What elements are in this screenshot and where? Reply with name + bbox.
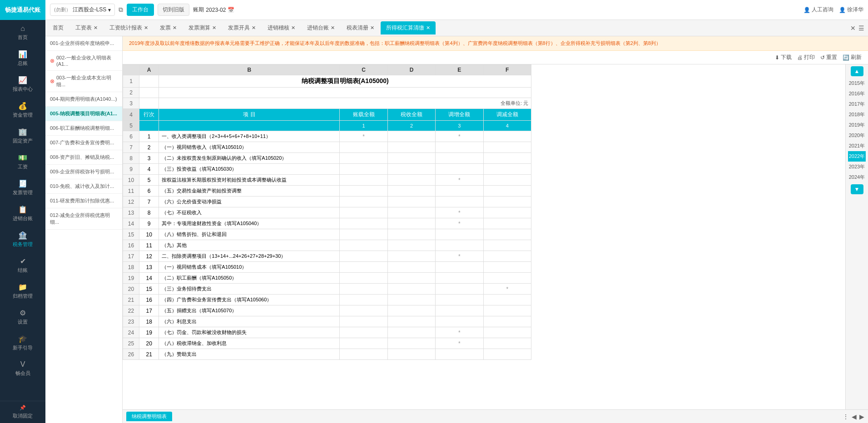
period-selector[interactable]: 账期 2023-02 📅 [193,6,234,14]
cell-col2[interactable] [387,240,435,251]
cell-col1[interactable] [340,349,387,360]
year-btn-2023年[interactable]: 2023年 [848,162,866,172]
cell-col2[interactable] [387,186,435,197]
cell-col1[interactable] [340,327,387,338]
sidebar-item-salary[interactable]: 💵工资 [0,149,45,175]
cell-col4[interactable] [483,327,531,338]
left-nav-nav-001[interactable]: 001-企业所得税年度纳税申... [45,36,122,51]
cell-col3[interactable]: * [436,251,483,262]
workbench-button[interactable]: 工作台 [127,4,154,16]
year-btn-2019年[interactable]: 2019年 [848,120,866,130]
left-nav-nav-004[interactable]: 004-期间费用明细表(A1040...) [45,92,122,107]
reset-button[interactable]: ↺ 重置 [820,54,837,61]
scroll-left-arrow[interactable]: ◀ [852,413,857,420]
tab-close-icon[interactable]: ✕ [426,25,430,31]
sidebar-item-tax-mgmt[interactable]: 🏦税务管理 [0,226,45,252]
cell-col1[interactable] [340,229,387,240]
cell-col3[interactable]: * [436,207,483,218]
cell-col1[interactable] [340,295,387,305]
cell-col4[interactable] [483,338,531,349]
cell-col4[interactable] [483,305,531,316]
cell-col3[interactable] [436,197,483,207]
cell-col1[interactable] [340,284,387,295]
tab-close-icon[interactable]: ✕ [144,25,148,31]
cell-col1[interactable] [340,207,387,218]
cell-col1[interactable] [340,175,387,186]
cell-col3[interactable] [436,295,483,305]
scroll-left-icon[interactable]: ⋮ [843,413,849,420]
copy-icon[interactable]: ⧉ [119,6,123,14]
tab-进销稽核[interactable]: 进销稽核✕ [262,21,301,34]
tab-发票测算[interactable]: 发票测算✕ [183,21,222,34]
cell-col2[interactable] [387,284,435,295]
cell-col3[interactable]: * [436,131,483,142]
unpin-button[interactable]: 📌 取消固定 [0,401,45,423]
cell-col3[interactable] [436,240,483,251]
year-btn-2016年[interactable]: 2016年 [848,89,866,99]
cell-col1[interactable] [340,153,387,164]
cell-col3[interactable] [436,142,483,153]
cell-col4[interactable] [483,316,531,327]
cell-col2[interactable] [387,349,435,360]
user-avatar[interactable]: 👤 徐泽华 [839,6,863,14]
cell-col4[interactable] [483,262,531,273]
cell-col1[interactable]: * [340,131,387,142]
cell-col2[interactable] [387,197,435,207]
tab-发票[interactable]: 发票✕ [154,21,182,34]
tab-close-icon[interactable]: ✕ [291,25,295,31]
left-nav-nav-008[interactable]: 008-资产折旧、摊销及纳税... [45,150,122,165]
cell-col4[interactable]: * [483,284,531,295]
tab-税表清册[interactable]: 税表清册✕ [341,21,380,34]
refresh-button[interactable]: 🔄 刷新 [843,54,862,61]
cell-col1[interactable] [340,142,387,153]
cell-col4[interactable] [483,273,531,284]
year-btn-2017年[interactable]: 2017年 [848,99,866,109]
cell-col4[interactable] [483,153,531,164]
customer-service-button[interactable]: 👤 人工咨询 [804,6,833,14]
cell-col4[interactable] [483,295,531,305]
download-button[interactable]: ⬇ 下载 [775,54,792,61]
cell-col2[interactable] [387,295,435,305]
sidebar-item-asset-mgmt[interactable]: 💰资金管理 [0,97,45,123]
cell-col3[interactable] [436,229,483,240]
cell-col3[interactable] [436,349,483,360]
switch-version-button[interactable]: 切到旧版 [158,4,189,16]
left-nav-nav-011[interactable]: 011-研发费用加计扣除优惠... [45,194,122,208]
left-nav-nav-012[interactable]: 012-减免企业所得税优惠明细... [45,208,122,230]
scroll-right-arrow[interactable]: ▶ [859,413,864,420]
sheet-tab[interactable]: 纳税调整明细表 [126,412,172,421]
cell-col4[interactable] [483,251,531,262]
sidebar-item-report-center[interactable]: 📈报表中心 [0,71,45,97]
tab-close-icon[interactable]: ✕ [331,25,335,31]
cell-col4[interactable] [483,164,531,175]
cell-col4[interactable] [483,197,531,207]
tab-menu-icon[interactable]: ☰ [858,25,864,32]
cell-col2[interactable] [387,305,435,316]
tab-close-icon[interactable]: ✕ [252,25,256,31]
year-btn-2015年[interactable]: 2015年 [848,78,866,89]
left-nav-nav-005[interactable]: 005-纳税调整项目明细表(A1... [45,107,122,121]
tab-close-icon[interactable]: ✕ [173,25,177,31]
sidebar-item-home[interactable]: ⌂首页 [0,20,45,45]
tab-进销台账[interactable]: 进销台账✕ [302,21,340,34]
cell-col3[interactable] [436,305,483,316]
year-btn-2021年[interactable]: 2021年 [848,141,866,151]
left-nav-nav-009[interactable]: 009-企业所得税弥补亏损明... [45,165,122,179]
company-selector[interactable]: (勿删） 江西股企-LSS ▾ [50,4,115,16]
cell-col3[interactable] [436,284,483,295]
year-btn-2024年[interactable]: 2024年 [848,172,866,182]
cell-col4[interactable] [483,240,531,251]
cell-col4[interactable] [483,142,531,153]
cell-col2[interactable] [387,229,435,240]
cell-col2[interactable] [387,273,435,284]
sidebar-item-settings[interactable]: ⚙设置 [0,304,45,330]
cell-col4[interactable] [483,131,531,142]
cell-col4[interactable] [483,186,531,197]
cell-col4[interactable] [483,229,531,240]
left-nav-nav-003[interactable]: ⊗003-一般企业成本支出明细... [45,71,122,92]
tab-所得税汇算清缴[interactable]: 所得税汇算清缴✕ [381,21,436,34]
left-nav-nav-002[interactable]: ⊗002-一般企业收入明细表(A1... [45,51,122,71]
cell-col2[interactable] [387,153,435,164]
sidebar-item-closing[interactable]: ✔结账 [0,252,45,278]
left-nav-nav-010[interactable]: 010-免税、减计收入及加计... [45,179,122,194]
